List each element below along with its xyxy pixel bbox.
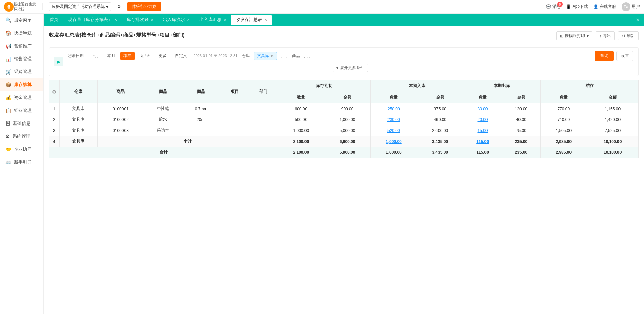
th-closing-amt: 金额 [587,92,639,103]
online-service-item[interactable]: 👤 在线客服 [593,4,616,10]
content-area: 首页 现存量（库存分布表） ✕ 库存批次账 ✕ 出入库流水 ✕ 出入库汇总 ✕ … [44,14,644,314]
user-item[interactable]: Ea 用户 [622,2,640,11]
main-layout: 🔍 搜索菜单 🏠 快捷导航 📢 营销推广 📊 销售管理 🛒 采购管理 📦 库存核… [0,14,644,314]
tab-batch[interactable]: 库存批次账 ✕ [122,15,158,25]
cell-out-qty[interactable]: 15.00 [463,125,502,136]
tab-close-receipt-summary[interactable]: ✕ [264,18,267,22]
warehouse-remove-btn[interactable]: ✕ [270,54,274,59]
sidebar-item-sales[interactable]: 📊 销售管理 [0,52,43,65]
sidebar-item-base[interactable]: 🗄 基础信息 [0,117,43,130]
cell-out-amt: 40.00 [502,114,540,125]
goods-label: 商品 [292,53,300,59]
date-btn-custom[interactable]: 自定义 [172,52,190,60]
cell-opening-qty: 1,000.00 [278,125,324,136]
tab-summary-io[interactable]: 出入库汇总 ✕ [195,15,231,25]
cell-closing-amt: 1,155.00 [587,103,639,114]
cell-opening-amt: 900.00 [324,103,370,114]
logo-icon: 6 [4,2,14,12]
sidebar-item-search[interactable]: 🔍 搜索菜单 [0,14,43,27]
th-opening-amt: 金额 [324,92,370,103]
system-name-dropdown[interactable]: 装备及固定资产辅助管理系统 ▾ [49,2,111,11]
cell-out-qty[interactable]: 20.00 [463,114,502,125]
template-print-button[interactable]: ⊞ 按模板打印 ▾ [556,31,592,40]
th-goods-spec: 商品 [182,80,220,103]
sidebar-item-newbie[interactable]: 📖 新手引导 [0,156,43,169]
app-download-item[interactable]: 📱 App下载 [566,4,588,10]
template-icon: ⊞ [560,34,563,38]
export-button[interactable]: ↑ 导出 [596,31,615,40]
tab-home[interactable]: 首页 [45,15,63,25]
th-out-amt: 金额 [502,92,540,103]
subtotal-in-qty[interactable]: 1,000.00 [370,136,417,147]
filter-arrow-button[interactable]: ▶ [54,57,63,66]
total-row: 合计 2,100.00 6,900.00 1,000.00 3,435.00 1… [49,147,639,158]
date-btn-this-year[interactable]: 本年 [120,52,135,60]
tab-inventory[interactable]: 现存量（库存分布表） ✕ [63,15,122,25]
settings-icon[interactable]: ⚙ [117,4,121,9]
th-department: 部门 [249,80,278,103]
date-btn-this-month[interactable]: 本月 [104,52,118,60]
dropdown-icon: ▾ [106,4,108,9]
sidebar-item-purchase[interactable]: 🛒 采购管理 [0,65,43,78]
trial-button[interactable]: 体验行业方案 [127,2,161,11]
subtotal-num: 4 [49,136,60,147]
query-actions: 查询 设置 [595,51,633,61]
sidebar: 🔍 搜索菜单 🏠 快捷导航 📢 营销推广 📊 销售管理 🛒 采购管理 📦 库存核… [0,14,44,314]
cell-num: 3 [49,125,60,136]
warehouse-tag: 文具库 ✕ [254,52,277,60]
expand-btn[interactable]: ▾ 展开更多条件 [333,64,368,72]
warehouse-ellipsis[interactable]: ... [281,53,287,59]
sidebar-item-finance[interactable]: 💰 资金管理 [0,91,43,104]
cell-project [220,103,249,114]
phone-icon: 📱 [566,4,571,9]
cell-warehouse: 文具库 [60,114,98,125]
table-settings-icon[interactable]: ⚙ [52,89,56,95]
tab-bar-close[interactable]: ✕ [633,17,643,22]
date-label: 记账日期 [67,53,84,59]
subtotal-closing-amt: 10,100.00 [587,136,639,147]
cell-in-qty[interactable]: 250.00 [370,103,417,114]
newbie-icon: 📖 [5,160,11,165]
th-settings: ⚙ [49,80,60,103]
refresh-button[interactable]: ↺ 刷新 [618,31,639,40]
cell-out-qty[interactable]: 80.00 [463,103,502,114]
cell-in-qty[interactable]: 230.00 [370,114,417,125]
cell-num: 1 [49,103,60,114]
total-closing-qty: 2,985.00 [541,147,587,158]
tab-receipt-summary[interactable]: 收发存汇总表 ✕ [231,15,272,25]
sidebar-item-system[interactable]: ⚙ 系统管理 [0,130,43,143]
system-icon: ⚙ [5,134,10,139]
tab-close-inventory[interactable]: ✕ [114,18,117,22]
query-button[interactable]: 查询 [595,51,614,61]
cell-goods-spec: 20ml [182,114,220,125]
tab-close-summary-io[interactable]: ✕ [224,18,226,22]
page-header-actions: ⊞ 按模板打印 ▾ ↑ 导出 ↺ 刷新 [556,31,639,40]
date-btn-last-month[interactable]: 上月 [88,52,102,60]
tab-close-batch[interactable]: ✕ [151,18,153,22]
cell-goods-spec: 0.7mm [182,103,220,114]
tab-flow[interactable]: 出入库流水 ✕ [158,15,195,25]
cell-opening-amt: 5,000.00 [324,125,370,136]
total-out-amt: 235.00 [502,147,540,158]
message-item[interactable]: 💬 消息 6 [546,4,561,10]
tab-close-flow[interactable]: ✕ [187,18,190,22]
subtotal-opening-amt: 6,900.00 [324,136,370,147]
filter-settings-button[interactable]: 设置 [616,51,633,61]
header-right: 💬 消息 6 📱 App下载 👤 在线客服 Ea 用户 [546,2,640,11]
date-btn-more[interactable]: 更多 [155,52,170,60]
sidebar-item-enterprise[interactable]: 🤝 企业协同 [0,143,43,156]
enterprise-icon: 🤝 [5,147,11,152]
date-btn-7days[interactable]: 近7天 [137,52,153,60]
tab-bar: 首页 现存量（库存分布表） ✕ 库存批次账 ✕ 出入库流水 ✕ 出入库汇总 ✕ … [44,14,644,26]
goods-ellipsis[interactable]: ... [304,53,311,59]
service-icon: 👤 [593,4,598,9]
sidebar-item-quick[interactable]: 🏠 快捷导航 [0,27,43,39]
sidebar-item-inventory[interactable]: 📦 库存核算 [0,78,43,91]
total-in-amt: 3,435.00 [417,147,463,158]
filter-content: 记账日期 上月 本月 本年 近7天 更多 自定义 2023-01-01 至 20… [67,51,633,72]
sidebar-item-operation[interactable]: 📋 经营管理 [0,104,43,117]
subtotal-out-qty[interactable]: 115.00 [463,136,502,147]
cell-in-qty[interactable]: 520.00 [370,125,417,136]
sidebar-item-marketing[interactable]: 📢 营销推广 [0,39,43,52]
total-closing-amt: 10,100.00 [587,147,639,158]
